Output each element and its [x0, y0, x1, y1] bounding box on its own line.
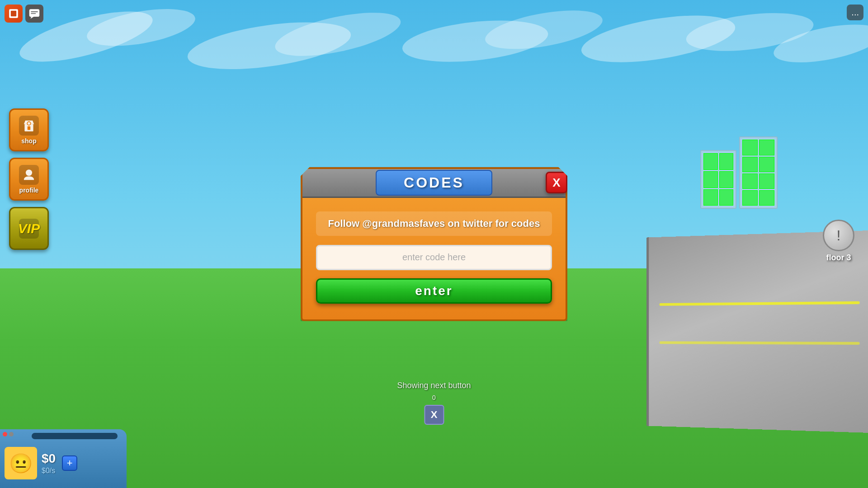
svg-rect-13	[31, 11, 38, 12]
player-avatar: 😐	[5, 447, 37, 479]
profile-button[interactable]: profile	[9, 158, 49, 201]
svg-rect-17	[28, 126, 30, 130]
progress-bar	[32, 433, 118, 439]
player-info-panel: 😐 $0 $0/s +	[0, 429, 127, 488]
modal-title-inner: CODES	[376, 170, 492, 196]
debug-section: Showing next button 0 X	[397, 381, 471, 425]
more-options-button[interactable]: ...	[847, 5, 863, 20]
buildings	[700, 136, 778, 209]
roblox-logo-icon	[7, 7, 20, 20]
building-1	[700, 150, 736, 209]
svg-marker-12	[31, 17, 34, 19]
debug-showing-text: Showing next button	[397, 381, 471, 390]
modal-description: Follow @grandmasfaves on twitter for cod…	[316, 211, 552, 236]
svg-point-1	[84, 2, 198, 53]
code-input[interactable]	[316, 245, 552, 270]
svg-point-6	[578, 7, 738, 71]
vip-icon: VIP	[19, 219, 39, 239]
dot-yellow	[9, 432, 14, 436]
debug-x-icon: X	[431, 409, 438, 421]
dot-red	[3, 432, 7, 436]
player-money: $0	[42, 451, 56, 466]
add-icon: +	[67, 457, 73, 469]
modal-close-button[interactable]: X	[546, 172, 567, 193]
shop-label: shop	[21, 137, 36, 145]
svg-point-5	[482, 3, 605, 56]
profile-svg-icon	[22, 168, 36, 182]
top-right-menu: ...	[847, 5, 863, 20]
modal-title: CODES	[404, 174, 464, 191]
svg-point-4	[401, 14, 550, 68]
svg-point-2	[185, 14, 354, 78]
menu-dots-icon: ...	[851, 7, 859, 17]
shop-button[interactable]: shop	[9, 108, 49, 151]
svg-point-8	[771, 17, 868, 70]
description-text: Follow @grandmasfaves on twitter for cod…	[328, 218, 540, 229]
svg-point-3	[272, 4, 404, 65]
traffic-light-dots	[3, 432, 14, 436]
profile-label: profile	[19, 187, 39, 194]
svg-point-18	[26, 169, 32, 176]
svg-rect-14	[31, 13, 36, 14]
shop-svg-icon	[22, 118, 36, 133]
floor-circle: !	[823, 220, 854, 251]
top-left-icons	[5, 5, 43, 23]
road-line-2	[659, 341, 860, 345]
enter-code-button[interactable]: enter	[316, 278, 552, 304]
svg-rect-11	[29, 9, 39, 17]
left-sidebar: shop profile VIP	[9, 108, 49, 250]
svg-point-7	[684, 7, 816, 57]
chat-icon	[28, 7, 41, 20]
vip-button[interactable]: VIP	[9, 207, 49, 250]
building-2	[739, 136, 778, 209]
enter-button-label: enter	[415, 284, 453, 298]
avatar-emoji: 😐	[9, 452, 33, 474]
codes-modal: CODES X Follow @grandmasfaves on twitter…	[301, 167, 567, 321]
floor-label: floor 3	[826, 253, 851, 263]
game-background: ... shop profile	[0, 0, 868, 488]
vip-text-icon: VIP	[18, 221, 40, 236]
modal-title-bar: CODES X	[302, 169, 566, 198]
player-rate: $0/s	[42, 467, 56, 475]
debug-number: 0	[432, 394, 436, 401]
chat-button[interactable]	[25, 5, 43, 23]
profile-icon	[19, 165, 39, 185]
road-line	[659, 301, 860, 306]
add-money-button[interactable]: +	[62, 455, 77, 471]
floor-warning-icon: !	[837, 227, 841, 244]
shop-icon	[19, 116, 39, 136]
floor-indicator: ! floor 3	[823, 220, 854, 263]
player-money-section: $0 $0/s	[42, 451, 56, 475]
roblox-logo-button[interactable]	[5, 5, 23, 23]
debug-x-button[interactable]: X	[424, 405, 444, 425]
close-x-icon: X	[552, 176, 560, 190]
svg-rect-10	[11, 11, 16, 16]
